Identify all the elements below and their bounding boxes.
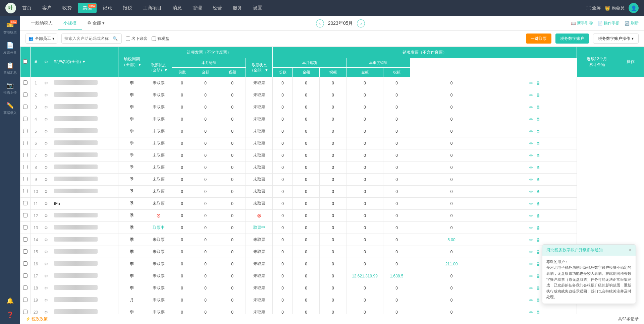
copy-btn[interactable]: 🗎 <box>536 225 540 231</box>
edit-btn[interactable]: ✏ <box>529 249 533 255</box>
row-checkbox[interactable] <box>23 261 28 266</box>
row-settings-icon[interactable]: ⚙ <box>44 141 48 146</box>
nav-item-accounting[interactable]: 记账 <box>98 3 117 13</box>
row-settings-icon[interactable]: ⚙ <box>44 238 48 242</box>
row-settings-icon[interactable]: ⚙ <box>44 117 48 122</box>
employee-filter[interactable]: 👥 全部员工 ▾ <box>25 34 57 44</box>
nav-item-service[interactable]: 服务 <box>228 3 247 13</box>
manual-link[interactable]: 📄 操作手册 <box>598 20 620 26</box>
digital-account-ops-btn[interactable]: 税务数字账户操作 ▾ <box>593 34 639 44</box>
sidebar-item-invoice-entry[interactable]: ✏️ 票据录入 <box>1 99 19 118</box>
nav-item-invoice[interactable]: 票据 new <box>78 3 97 13</box>
copy-btn[interactable]: 🗎 <box>536 213 540 218</box>
nav-item-billing[interactable]: 收费 <box>58 3 76 13</box>
edit-btn[interactable]: ✏ <box>529 213 533 218</box>
row-settings-icon[interactable]: ⚙ <box>44 274 48 278</box>
period-prev-btn[interactable]: ‹ <box>316 19 324 27</box>
select-all-checkbox[interactable] <box>23 59 28 64</box>
row-checkbox[interactable] <box>23 105 28 109</box>
tab-general-taxpayer[interactable]: 一般纳税人 <box>25 17 58 30</box>
copy-btn[interactable]: 🗎 <box>536 141 540 146</box>
row-checkbox[interactable] <box>23 225 28 230</box>
copy-btn[interactable]: 🗎 <box>536 310 540 314</box>
edit-btn[interactable]: ✏ <box>529 80 533 86</box>
row-settings-icon[interactable]: ⚙ <box>44 250 48 254</box>
copy-btn[interactable]: 🗎 <box>536 105 540 110</box>
copy-btn[interactable]: 🗎 <box>536 165 540 170</box>
my-account-filter[interactable]: 名下账套 <box>126 36 148 42</box>
refresh-link[interactable]: 🔄 刷新 <box>625 20 639 26</box>
user-avatar[interactable]: 👤 <box>629 3 639 13</box>
onekey-fetch-btn[interactable]: 一键取票 <box>526 34 551 44</box>
row-settings-icon[interactable]: ⚙ <box>44 105 48 110</box>
copy-btn[interactable]: 🗎 <box>536 92 540 98</box>
period-next-btn[interactable]: › <box>357 19 365 27</box>
copy-btn[interactable]: 🗎 <box>536 298 540 303</box>
row-settings-icon[interactable]: ⚙ <box>44 225 48 230</box>
edit-btn[interactable]: ✏ <box>529 310 533 314</box>
row-settings-icon[interactable]: ⚙ <box>44 213 48 218</box>
copy-btn[interactable]: 🗎 <box>536 201 540 206</box>
edit-btn[interactable]: ✏ <box>529 153 533 158</box>
has-taxdisk-filter[interactable]: 有税盘 <box>152 36 169 42</box>
row-checkbox[interactable] <box>23 165 28 169</box>
nav-item-settings[interactable]: 设置 <box>248 3 267 13</box>
sidebar-item-scan-upload[interactable]: 📷 扫描上传 <box>1 79 19 98</box>
edit-btn[interactable]: ✏ <box>529 285 533 291</box>
copy-btn[interactable]: 🗎 <box>536 249 540 255</box>
member-btn[interactable]: 👑 购会员 <box>605 5 625 11</box>
row-settings-icon[interactable]: ⚙ <box>44 298 48 303</box>
row-settings-icon[interactable]: ⚙ <box>44 189 48 194</box>
my-account-checkbox[interactable] <box>126 37 130 41</box>
row-checkbox[interactable] <box>23 273 28 278</box>
th-fetch-status-out[interactable]: 取票状态（全部）▼ <box>246 58 273 77</box>
row-checkbox[interactable] <box>23 237 28 242</box>
nav-item-messages[interactable]: 消息 <box>168 3 186 13</box>
copy-btn[interactable]: 🗎 <box>536 80 540 86</box>
row-checkbox[interactable] <box>23 177 28 181</box>
has-taxdisk-checkbox[interactable] <box>152 37 156 41</box>
copy-btn[interactable]: 🗎 <box>536 189 540 194</box>
nav-item-manage[interactable]: 管理 <box>188 3 207 13</box>
edit-btn[interactable]: ✏ <box>529 129 533 134</box>
tab-all[interactable]: ♻ 全能 ▾ <box>82 17 110 30</box>
edit-btn[interactable]: ✏ <box>529 273 533 279</box>
row-checkbox[interactable] <box>23 249 28 254</box>
row-settings-icon[interactable]: ⚙ <box>44 262 48 266</box>
fullscreen-btn[interactable]: ⛶ 全屏 <box>586 5 601 11</box>
edit-btn[interactable]: ✏ <box>529 117 533 122</box>
nav-item-operate[interactable]: 经营 <box>208 3 227 13</box>
sidebar-item-help[interactable]: ❓ <box>1 309 19 321</box>
edit-btn[interactable]: ✏ <box>529 92 533 98</box>
row-checkbox[interactable] <box>23 153 28 157</box>
sidebar-item-smart-ticket[interactable]: 🎫 智能取票 new <box>1 19 19 38</box>
edit-btn[interactable]: ✏ <box>529 105 533 110</box>
th-fetch-status-in[interactable]: 取票状态（全部）▼ <box>145 58 172 77</box>
copy-btn[interactable]: 🗎 <box>536 261 540 267</box>
nav-item-home[interactable]: 首页 <box>17 3 36 13</box>
row-checkbox[interactable] <box>23 298 28 302</box>
edit-btn[interactable]: ✏ <box>529 237 533 243</box>
notification-close-btn[interactable]: × <box>629 247 632 253</box>
edit-btn[interactable]: ✏ <box>529 177 533 182</box>
edit-btn[interactable]: ✏ <box>529 189 533 194</box>
row-settings-icon[interactable]: ⚙ <box>44 165 48 170</box>
edit-btn[interactable]: ✏ <box>529 141 533 146</box>
copy-btn[interactable]: 🗎 <box>536 285 540 291</box>
copy-btn[interactable]: 🗎 <box>536 273 540 279</box>
copy-btn[interactable]: 🗎 <box>536 117 540 122</box>
edit-btn[interactable]: ✏ <box>529 298 533 303</box>
row-settings-icon[interactable]: ⚙ <box>44 177 48 182</box>
row-settings-icon[interactable]: ⚙ <box>44 93 48 98</box>
copy-btn[interactable]: 🗎 <box>536 177 540 182</box>
row-settings-icon[interactable]: ⚙ <box>44 129 48 134</box>
row-checkbox[interactable] <box>23 189 28 193</box>
search-input[interactable] <box>64 36 111 41</box>
sidebar-item-invoice-summary[interactable]: 📋 票据汇总 <box>1 59 19 78</box>
digital-account-btn[interactable]: 税务数字账户 <box>555 34 589 44</box>
nav-item-business[interactable]: 工商项目 <box>138 3 166 13</box>
row-settings-icon[interactable]: ⚙ <box>44 310 48 314</box>
row-settings-icon[interactable]: ⚙ <box>44 153 48 158</box>
row-checkbox[interactable] <box>23 310 28 314</box>
search-box[interactable]: 🔍 <box>61 34 122 44</box>
